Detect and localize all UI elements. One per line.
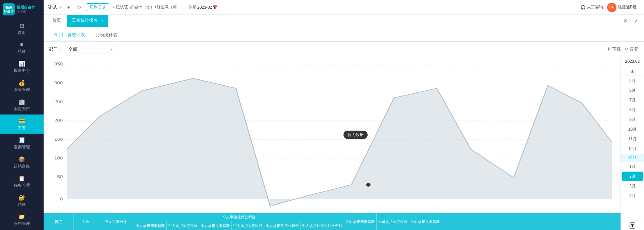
sub-tab-dept[interactable]: 部门工资统计表: [49, 30, 90, 41]
tab-salary-report[interactable]: 工资统计报表 ×: [67, 15, 108, 27]
tab-close-btn[interactable]: ×: [101, 18, 104, 23]
svg-text:100: 100: [54, 156, 63, 160]
topbar-tags: ✓ 已认证 好会计（专）+好生意（标）+... 账期 2023-02 📅: [112, 4, 578, 10]
refresh-icon: ↺: [625, 47, 629, 52]
sidebar-item-reports[interactable]: 📊 报表中心: [0, 57, 44, 76]
invoice-icon: 🧾: [18, 137, 25, 143]
sidebar-logo: 畅通好会计 畅通好会计 专业版: [0, 0, 44, 19]
month-8[interactable]: 8月: [621, 105, 644, 115]
month-12[interactable]: 12月: [621, 144, 644, 154]
download-btn[interactable]: ⬇ 下载: [607, 46, 621, 52]
headset-icon: 🎧: [581, 5, 586, 10]
month-6[interactable]: 6月: [621, 86, 644, 95]
sidebar-item-salary[interactable]: 💳 工资: [0, 114, 44, 134]
sidebar-item-funds[interactable]: 💰 资金管理: [0, 76, 44, 95]
sidebar-item-label: 报表中心: [14, 68, 30, 74]
sidebar-item-invoice[interactable]: 🧾 发票管理: [0, 134, 44, 153]
svg-text:250: 250: [54, 99, 63, 104]
month-9[interactable]: 9月: [621, 115, 644, 125]
sidebar-item-tax[interactable]: 📋 税务管理: [0, 172, 44, 191]
sub-tab-monthly[interactable]: 月份统计表: [90, 30, 123, 41]
th-dept: 部门: [44, 213, 74, 230]
next-year-btn[interactable]: ▼: [630, 222, 635, 229]
th-personal-total: 个人承担社保公积金合计: [301, 221, 344, 230]
topbar-period: 账期 2023-02 📅: [189, 4, 218, 10]
sidebar-item-label: 固定资产: [14, 106, 30, 112]
main-area: 测试 ▾ ＋ ⚙ 切到旧版 ✓ 已认证 好会计（专）+好生意（标）+... 账期…: [44, 0, 644, 230]
filter-right: ⬇ 下载 ↺ 刷新: [607, 46, 639, 52]
download-label: 下载: [612, 46, 621, 52]
svg-text:50: 50: [57, 175, 63, 179]
prev-year-btn[interactable]: ▲: [628, 67, 637, 74]
tab-maximize-btn[interactable]: ⤢: [632, 17, 640, 25]
salary-chart: 350 300 250 200 150 100 50 0: [44, 57, 621, 213]
tab-home[interactable]: 首页: [48, 15, 66, 27]
sidebar-item-label: 发票管理: [14, 144, 30, 150]
content-with-right: 350 300 250 200 150 100 50 0: [44, 57, 644, 230]
calendar-icon[interactable]: 📅: [213, 5, 218, 10]
th-personal-major-medical: 个人承担大额医疗: [232, 221, 264, 230]
purchase-icon: 📦: [18, 156, 25, 163]
refresh-btn[interactable]: ↺ 刷新: [625, 46, 639, 52]
right-panel-year: 2023.02: [621, 57, 644, 66]
sidebar-item-ledger[interactable]: ≡ 总账: [0, 38, 44, 57]
topbar-product-tags: 好会计（专）+好生意（标）+...: [130, 4, 186, 10]
sidebar-item-assets[interactable]: 🏢 固定资产: [0, 95, 44, 114]
th-personal-housing: 个人承担住房公积金: [264, 221, 301, 230]
sidebar-nav: ⊞ 首页 ≡ 总账 📊 报表中心 💰 资金管理 🏢 固定资产 💳 工资 🧾 发票…: [0, 19, 44, 230]
sidebar-item-archive[interactable]: 📁 归档管理: [0, 210, 44, 229]
human-service-label: 人工咨询: [587, 4, 603, 10]
th-company-medical: 公司承担医疗保险: [377, 213, 409, 230]
sidebar-item-checkout[interactable]: 🔐 结账: [0, 191, 44, 210]
app-name: 畅通好会计: [17, 5, 35, 9]
dept-filter-label: 部门：: [49, 46, 62, 52]
topbar-add-btn[interactable]: ＋: [64, 3, 72, 11]
month-1[interactable]: 1月: [621, 162, 644, 172]
refresh-label: 刷新: [630, 46, 639, 52]
tab-salary-report-label: 工资统计报表: [72, 18, 98, 23]
right-panel-nav-down: ▼: [621, 221, 644, 230]
sidebar-item-home[interactable]: ⊞ 首页: [0, 19, 44, 38]
app-logo-icon: 畅通好会计: [3, 3, 15, 15]
filter-left: 部门： 全部 部门A 部门B: [49, 45, 115, 53]
topbar-dropdown-arrow[interactable]: ▾: [60, 5, 62, 10]
month-7[interactable]: 7月: [621, 95, 644, 105]
chart-container: 350 300 250 200 150 100 50 0: [44, 57, 621, 213]
month-4[interactable]: 4月: [621, 191, 644, 201]
user-info-btn[interactable]: CE 轻捷通B组...: [607, 3, 640, 12]
svg-point-17: [366, 183, 371, 187]
switch-to-old-btn[interactable]: 切到旧版: [86, 3, 109, 11]
svg-text:200: 200: [54, 118, 63, 123]
month-11[interactable]: 11月: [621, 134, 644, 144]
period-value: 2023-02: [197, 5, 212, 10]
tax-icon: 📋: [18, 175, 25, 182]
topbar-title: 测试: [48, 4, 57, 10]
tab-close-window-btn[interactable]: ✕: [621, 17, 629, 25]
certified-text: 已认证: [116, 4, 128, 10]
sidebar-item-label: 归档管理: [14, 221, 30, 227]
user-avatar: CE: [607, 3, 616, 12]
right-panel-nav-up: ▲: [621, 66, 644, 76]
th-company-unemployment: 公司承担失业保险: [409, 213, 441, 230]
sidebar-item-label: 总账: [18, 49, 26, 54]
human-service-btn[interactable]: 🎧 人工咨询: [581, 4, 603, 10]
th-personal-pension: 个人承担养老保险: [134, 221, 167, 230]
sidebar-item-label: 税务管理: [14, 183, 30, 188]
ledger-icon: ≡: [20, 42, 23, 48]
archive-icon: 📁: [18, 214, 25, 220]
sidebar-item-label: 首页: [18, 30, 26, 36]
month-5[interactable]: 5月: [621, 76, 644, 86]
th-company-pension: 公司承担养老保险: [344, 213, 377, 230]
sub-tabs: 部门工资统计表 月份统计表: [44, 27, 644, 42]
dept-select[interactable]: 全部 部门A 部门B: [65, 45, 115, 53]
filter-row: 部门： 全部 部门A 部门B ⬇ 下载 ↺ 刷新: [44, 42, 644, 57]
month-10[interactable]: 10月: [621, 125, 644, 134]
topbar-settings-btn[interactable]: ⚙: [75, 3, 83, 11]
month-3[interactable]: 3月: [621, 181, 644, 191]
month-2-active[interactable]: 2月: [622, 172, 643, 181]
sidebar-item-purchase[interactable]: 📦 进销台账: [0, 153, 44, 172]
sidebar-item-label: 进销台账: [14, 164, 30, 169]
user-name: 轻捷通B组...: [618, 4, 640, 10]
check-icon: ✓: [112, 5, 115, 10]
right-date-panel: 2023.02 ▲ 5月 6月 7月 8月 9月 10月 11月 12月 202…: [621, 57, 644, 230]
